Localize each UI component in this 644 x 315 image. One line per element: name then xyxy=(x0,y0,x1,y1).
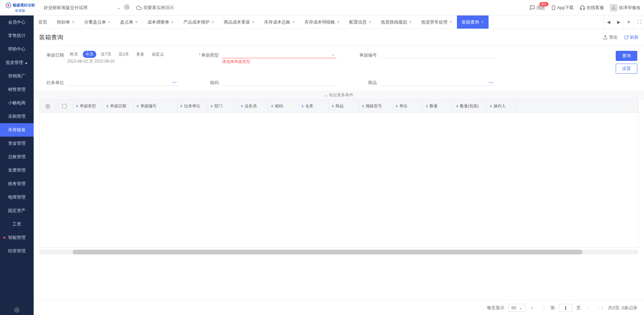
user-menu[interactable]: 徐泽华修改 xyxy=(610,4,641,11)
sidebar-item[interactable]: 销售管理 xyxy=(0,83,34,96)
partner-input[interactable] xyxy=(67,78,178,86)
close-icon[interactable]: × xyxy=(72,20,74,25)
close-icon[interactable]: × xyxy=(369,20,371,25)
tab[interactable]: 盘点单× xyxy=(115,15,143,29)
column-header[interactable]: ▲▼规格型号 xyxy=(359,100,393,112)
tab[interactable]: 拣货路线规划× xyxy=(376,15,417,29)
close-icon[interactable]: × xyxy=(409,20,412,25)
date-pill[interactable]: 更多 xyxy=(134,51,147,58)
horizontal-scrollbar[interactable] xyxy=(39,250,639,254)
sort-icon[interactable]: ▲▼ xyxy=(426,105,428,108)
close-icon[interactable]: × xyxy=(135,20,138,25)
sidebar-item[interactable]: 固定资产 xyxy=(0,204,34,217)
sort-icon[interactable]: ▲▼ xyxy=(106,105,109,108)
select-all-checkbox[interactable] xyxy=(56,100,73,112)
close-icon[interactable]: × xyxy=(252,20,254,25)
column-header[interactable]: ▲▼商品 xyxy=(329,100,359,112)
sort-icon[interactable]: ▲▼ xyxy=(180,105,183,108)
messages-button[interactable]: 消息 99+ xyxy=(530,5,545,11)
sort-icon[interactable]: ▲▼ xyxy=(456,105,459,108)
sidebar-item[interactable]: 资金管理 xyxy=(0,137,34,150)
date-pill[interactable]: 自定义 xyxy=(149,51,167,58)
tabs-next-icon[interactable]: ▶ xyxy=(614,15,624,29)
page-prev-icon[interactable]: 〈 xyxy=(539,305,546,311)
support-button[interactable]: 在线客服 xyxy=(580,5,604,11)
settings-button[interactable]: 设置 xyxy=(616,64,637,74)
sidebar-item[interactable]: 智能管理 xyxy=(0,231,34,244)
sort-icon[interactable]: ▲▼ xyxy=(210,105,213,108)
tab[interactable]: 成本调整单× xyxy=(143,15,179,29)
sidebar-item[interactable]: 批发管理▲ xyxy=(0,56,34,69)
sidebar-item[interactable]: 小畅电商 xyxy=(0,96,34,110)
tab[interactable]: 分量盘点单× xyxy=(79,15,115,29)
column-header[interactable]: ▲▼单据编号 xyxy=(134,100,177,112)
sidebar-item[interactable]: 税务管理 xyxy=(0,177,34,190)
tab[interactable]: 拣货异常处理× xyxy=(417,15,457,29)
column-header[interactable]: ▲▼数量(包装) xyxy=(453,100,487,112)
column-header[interactable]: ▲▼箱码 xyxy=(268,100,298,112)
close-icon[interactable]: × xyxy=(481,20,484,25)
query-button[interactable]: 查询 xyxy=(616,51,637,61)
page-input[interactable] xyxy=(559,304,572,312)
sidebar-item[interactable]: 帮助中心 xyxy=(0,42,34,56)
column-header[interactable]: ▲▼操作人 xyxy=(487,100,517,112)
sidebar-item[interactable]: 电商管理 xyxy=(0,190,34,204)
close-icon[interactable]: × xyxy=(171,20,174,25)
collapse-filters-button[interactable]: ︽ 收起更多条件 xyxy=(34,91,644,100)
page-size-select[interactable]: 50 ⌄ xyxy=(508,304,526,312)
tab[interactable]: 商品成本重算× xyxy=(219,15,259,29)
column-header[interactable]: ▲▼仓库 xyxy=(298,100,329,112)
close-icon[interactable]: × xyxy=(212,20,214,25)
tab[interactable]: 库存成本总账× xyxy=(259,15,300,29)
column-header[interactable]: ▲▼业务员 xyxy=(238,100,268,112)
more-icon[interactable]: ⋯ xyxy=(489,80,493,85)
sidebar-item[interactable]: 发票管理 xyxy=(0,164,34,177)
page-next-icon[interactable]: 〉 xyxy=(585,305,592,311)
sort-icon[interactable]: ▲▼ xyxy=(136,105,139,108)
column-header[interactable]: ▲▼单据类型 xyxy=(73,100,103,112)
product-selector[interactable]: 好业财标准版交付试用 ⌄ xyxy=(44,5,121,11)
sort-icon[interactable]: ▲▼ xyxy=(395,105,398,108)
sort-icon[interactable]: ▲▼ xyxy=(241,105,243,108)
date-pill[interactable]: 近1月 xyxy=(116,51,132,58)
sort-icon[interactable]: ▲▼ xyxy=(362,105,364,108)
tabs-expand-icon[interactable]: ⛶ xyxy=(634,15,644,29)
sort-icon[interactable]: ▲▼ xyxy=(331,105,334,108)
tab[interactable]: 装箱查询× xyxy=(457,15,489,29)
column-header[interactable]: ▲▼单位 xyxy=(393,100,423,112)
box-input[interactable] xyxy=(222,78,336,86)
column-header[interactable]: ▲▼单据日期 xyxy=(103,100,134,112)
sidebar-item[interactable]: 零售统计 xyxy=(0,29,34,42)
close-icon[interactable]: × xyxy=(337,20,339,25)
sidebar-item[interactable]: 库存核算 xyxy=(0,123,34,137)
sort-icon[interactable]: ▲▼ xyxy=(490,105,492,108)
more-icon[interactable]: ⋯ xyxy=(172,80,177,85)
refresh-button[interactable]: 刷新 xyxy=(624,34,639,40)
tab[interactable]: 产品成本维护× xyxy=(179,15,219,29)
demo-link[interactable]: 我要看实例演示 xyxy=(136,5,174,11)
close-icon[interactable]: × xyxy=(292,20,295,25)
sidebar-settings-button[interactable] xyxy=(0,305,34,315)
sidebar-item[interactable]: 总账管理 xyxy=(0,150,34,164)
page-last-icon[interactable]: 〉| xyxy=(596,305,604,311)
sidebar-item[interactable]: 营销推广 xyxy=(0,69,34,83)
close-icon[interactable]: × xyxy=(108,20,110,25)
sidebar-item[interactable]: 会员中心 xyxy=(0,15,34,29)
tabs-close-icon[interactable]: ✕ xyxy=(624,15,634,29)
column-header[interactable]: ▲▼数量 xyxy=(423,100,453,112)
app-download-button[interactable]: App下载 xyxy=(551,5,574,11)
column-header[interactable]: ▲▼往来单位 xyxy=(177,100,208,112)
date-pill[interactable]: 近7天 xyxy=(98,51,114,58)
scrollbar-thumb[interactable] xyxy=(73,250,582,254)
product-input[interactable] xyxy=(380,78,495,86)
tab[interactable]: 配置信息× xyxy=(345,15,376,29)
date-pill[interactable]: 昨天 xyxy=(67,51,81,58)
sort-icon[interactable]: ▲▼ xyxy=(76,105,78,108)
sort-icon[interactable]: ▲▼ xyxy=(271,105,274,108)
column-header[interactable]: ▲▼部门 xyxy=(208,100,238,112)
doc-type-select[interactable] xyxy=(222,51,336,58)
close-icon[interactable]: × xyxy=(450,20,452,25)
tab[interactable]: 库存成本明细账× xyxy=(300,15,345,29)
export-button[interactable]: 导出 xyxy=(603,34,618,40)
table-settings-button[interactable] xyxy=(39,100,56,112)
